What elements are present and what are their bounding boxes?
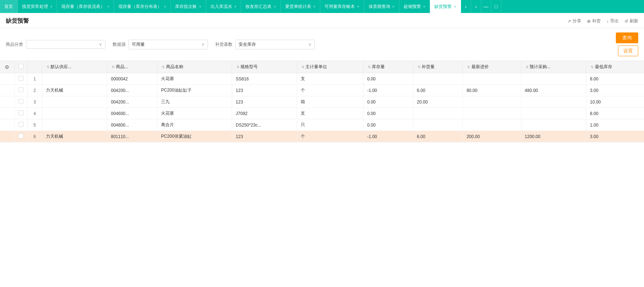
- row-replenish-qty: [413, 108, 463, 119]
- col-replenish-qty[interactable]: ⇅ 补货量: [413, 61, 463, 73]
- col-spec-model[interactable]: ⇅ 规格型号: [232, 61, 297, 73]
- close-inout-flow-tab[interactable]: ×: [234, 4, 236, 9]
- row-checkbox[interactable]: [18, 110, 23, 115]
- category-filter-group: 商品分类 ∨: [6, 40, 105, 49]
- col-product-name[interactable]: ⇅ 商品名称: [157, 61, 232, 73]
- tab-exception[interactable]: 拣货异常处理 ×: [18, 0, 57, 13]
- tab-inventory-dist[interactable]: 现存量（库存分布表） ×: [114, 0, 171, 13]
- close-available-ledger-tab[interactable]: ×: [357, 4, 359, 9]
- page-title: 缺货预警: [6, 17, 29, 25]
- tab-prev-button[interactable]: ‹: [461, 0, 471, 13]
- replenish-basis-filter-group: 补货基数 安全库存 ∨: [215, 40, 315, 49]
- close-inventory-dist-tab[interactable]: ×: [164, 4, 166, 9]
- tab-maximize-button[interactable]: □: [491, 0, 501, 13]
- row-spec-model: 123: [232, 131, 297, 142]
- tab-available-ledger[interactable]: 可用量库存账本 ×: [320, 0, 364, 13]
- row-replenish-qty: [413, 119, 463, 131]
- replenish-basis-select[interactable]: 安全库存 ∨: [235, 40, 315, 49]
- tab-batch-account[interactable]: 库存批次账 ×: [171, 0, 206, 13]
- row-estimated-purchase: 480.00: [521, 85, 586, 96]
- tab-next-button[interactable]: ›: [471, 0, 481, 13]
- row-stock-qty: 0.00: [364, 73, 413, 85]
- replenish-basis-chevron-icon: ∨: [308, 42, 312, 47]
- close-batch-account-tab[interactable]: ×: [199, 4, 201, 9]
- row-product-code: 004800...: [107, 119, 157, 131]
- row-latest-price: [463, 73, 521, 85]
- query-button[interactable]: 查询: [616, 32, 638, 43]
- tab-expiry-query[interactable]: 保质期查询 ×: [364, 0, 399, 13]
- row-checkbox-cell: [14, 73, 27, 85]
- tab-overstock[interactable]: 超储预警 ×: [399, 0, 430, 13]
- col-product-code[interactable]: ⇅ 商品...: [107, 61, 157, 73]
- refresh-button[interactable]: ↺ 刷新: [625, 18, 638, 24]
- row-unit: 个: [297, 131, 364, 142]
- row-latest-price: [463, 119, 521, 131]
- row-config: [0, 85, 14, 96]
- header-actions: ↗ 分享 ⊕ 补货 ↓ 导出 ↺ 刷新: [567, 18, 638, 24]
- col-default-supplier[interactable]: ⇅ 默认供应...: [42, 61, 107, 73]
- col-estimated-purchase[interactable]: ⇅ 预计采购...: [521, 61, 586, 73]
- row-checkbox-cell: [14, 119, 27, 131]
- select-all-checkbox[interactable]: [18, 64, 23, 69]
- row-default-supplier: 力天机械: [42, 85, 107, 96]
- row-product-code: 0000042: [107, 73, 157, 85]
- replenish-basis-value: 安全库存: [239, 41, 256, 48]
- row-checkbox-cell: [14, 85, 27, 96]
- close-overstock-tab[interactable]: ×: [423, 4, 425, 9]
- category-label: 商品分类: [6, 41, 23, 48]
- tab-inventory-status[interactable]: 现存量（库存状况表） ×: [57, 0, 114, 13]
- row-min-stock: 3.00: [586, 85, 644, 96]
- tab-inout-flow[interactable]: 出入库流水 ×: [206, 0, 241, 13]
- row-product-name: PC200张紧油缸: [157, 131, 232, 142]
- share-button[interactable]: ↗ 分享: [567, 18, 581, 24]
- row-num: 1: [27, 73, 42, 85]
- row-checkbox[interactable]: [18, 76, 23, 81]
- sort-icon: ⇅: [467, 65, 470, 69]
- tab-minimize-button[interactable]: —: [481, 0, 491, 13]
- close-expiry-query-tab[interactable]: ×: [392, 4, 395, 9]
- col-stock-qty[interactable]: ⇅ 库存量: [364, 61, 413, 73]
- category-select[interactable]: ∨: [26, 40, 105, 49]
- sort-icon: ⇅: [526, 65, 528, 69]
- row-checkbox[interactable]: [18, 133, 23, 138]
- tab-home[interactable]: 首页: [0, 0, 18, 13]
- close-shortage-tab[interactable]: ×: [454, 4, 456, 9]
- row-spec-model: 123: [232, 85, 297, 96]
- row-checkbox[interactable]: [18, 122, 23, 127]
- row-checkbox[interactable]: [18, 87, 23, 92]
- row-num: 3: [27, 96, 42, 108]
- row-checkbox[interactable]: [18, 99, 23, 104]
- row-config: [0, 119, 14, 131]
- replenish-icon: ⊕: [587, 19, 591, 24]
- close-receipt-summary-tab[interactable]: ×: [274, 4, 276, 9]
- tab-bar: 首页 拣货异常处理 × 现存量（库存状况表） × 现存量（库存分布表） × 库存…: [0, 0, 644, 13]
- row-stock-qty: 0.00: [364, 96, 413, 108]
- col-unit[interactable]: ⇅ 主计量单位: [297, 61, 364, 73]
- tab-shortage[interactable]: 缺货预警 ×: [430, 0, 461, 13]
- export-button[interactable]: ↓ 导出: [606, 18, 619, 24]
- filter-actions: 查询 设置: [616, 32, 638, 56]
- row-num: 2: [27, 85, 42, 96]
- tab-receipt-summary[interactable]: 收发存汇总表 ×: [241, 0, 280, 13]
- row-product-code: 004200...: [107, 96, 157, 108]
- close-order-stats-tab[interactable]: ×: [313, 4, 316, 9]
- settings-button[interactable]: 设置: [618, 45, 638, 56]
- close-exception-tab[interactable]: ×: [50, 4, 52, 9]
- close-inventory-status-tab[interactable]: ×: [107, 4, 109, 9]
- datasource-select[interactable]: 可用量 ∨: [129, 40, 208, 49]
- config-gear-icon[interactable]: ⚙: [5, 64, 9, 70]
- tab-order-stats[interactable]: 要货单统计表 ×: [281, 0, 320, 13]
- datasource-value: 可用量: [132, 41, 145, 48]
- row-min-stock: 8.00: [586, 73, 644, 85]
- col-num: [27, 61, 42, 73]
- filter-bar: 商品分类 ∨ 数据源 可用量 ∨ 补货基数 安全库存 ∨ 查询 设置: [0, 28, 644, 61]
- row-min-stock: 8.00: [586, 108, 644, 119]
- col-config[interactable]: ⚙: [0, 61, 14, 73]
- replenish-basis-label: 补货基数: [215, 41, 232, 48]
- row-stock-qty: -1.00: [364, 131, 413, 142]
- col-latest-price[interactable]: ⇅ 最新进价: [463, 61, 521, 73]
- row-default-supplier: [42, 96, 107, 108]
- col-min-stock[interactable]: ⇅ 最低库存: [586, 61, 644, 73]
- replenish-button[interactable]: ⊕ 补货: [587, 18, 601, 24]
- sort-icon: ⇅: [112, 65, 114, 69]
